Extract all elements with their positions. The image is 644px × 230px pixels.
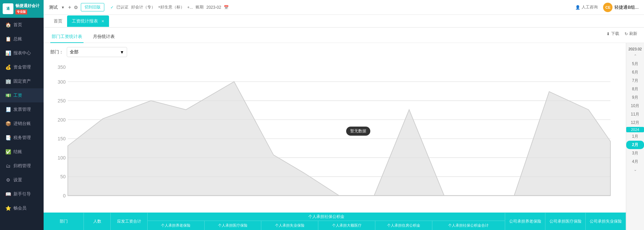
sidebar-item-report-center[interactable]: 📊 报表中心 <box>0 46 44 60</box>
sidebar-item-tax-management[interactable]: 📑 税务管理 <box>0 131 44 145</box>
page-content: 部门工资统计表 月份统计表 ⬇ 下载 ↻ 刷新 部门： <box>44 28 644 230</box>
sidebar-nav: 🏠 首页 📋 总账 📊 报表中心 💰 资金管理 🏢 固定资产 💵 工资 🧾 发票… <box>0 18 44 230</box>
right-panel-month-12[interactable]: 12月 <box>626 119 644 127</box>
svg-text:50: 50 <box>60 174 66 179</box>
user-avatar: CE <box>603 3 612 12</box>
svg-text:350: 350 <box>58 64 66 70</box>
th-payroll-total: 应发工资合计 <box>111 213 148 230</box>
right-panel-month-5[interactable]: 5月 <box>626 60 644 68</box>
header-status-bar: ✓ 已认证 好会计（专） +好生意（标） +... 账期 2023-02 📅 <box>110 4 229 10</box>
support-button[interactable]: 👤 人工咨询 <box>575 4 598 10</box>
invoice-icon: 🧾 <box>5 107 11 112</box>
user-menu[interactable]: CE 轻捷通B组... <box>603 3 639 12</box>
tab-close-button[interactable]: ✕ <box>101 19 104 23</box>
right-panel-month-9[interactable]: 9月 <box>626 93 644 102</box>
sidebar-item-invoice-management[interactable]: 🧾 发票管理 <box>0 102 44 117</box>
sidebar-item-settings[interactable]: ⚙ 设置 <box>0 173 44 187</box>
svg-text:100: 100 <box>58 155 66 160</box>
header-right: 👤 人工咨询 CE 轻捷通B组... <box>575 3 639 12</box>
right-panel-month-6[interactable]: 6月 <box>626 68 644 77</box>
right-panel-year-2024-badge: 2024 <box>626 127 644 132</box>
sidebar-item-fixed-assets[interactable]: 🏢 固定资产 <box>0 74 44 88</box>
tab-payroll-stat[interactable]: 工资统计报表 ✕ <box>67 15 109 27</box>
filter-row: 部门： 全部 ▼ <box>44 43 626 61</box>
right-panel-month-2[interactable]: 2月 <box>626 141 644 149</box>
select-dropdown-icon: ▼ <box>120 50 124 55</box>
th-unemployment: 个人承担失业保险 <box>261 221 318 230</box>
th-serious-medical: 个人承担大额医疗 <box>318 221 375 230</box>
company-name: 测试 <box>49 4 58 10</box>
sales-icon: 📦 <box>5 121 11 126</box>
right-panel-month-3[interactable]: 3月 <box>626 149 644 157</box>
app-logo: 通 畅捷通好会计 专业版 <box>0 0 44 18</box>
tax-icon: 📑 <box>5 135 11 140</box>
right-panel: 2023.02 ⌃ 5月 6月 7月 8月 9月 10月 <box>626 43 644 230</box>
svg-text:150: 150 <box>58 136 66 141</box>
th-dept: 部门 <box>44 213 84 230</box>
th-group-social: 个人承担社保公积金 个人承担养老保险 个人承担医疗保险 个人承担失业保险 <box>148 213 505 230</box>
department-select[interactable]: 全部 ▼ <box>67 47 127 57</box>
download-button[interactable]: ⬇ 下载 <box>606 31 619 37</box>
th-pension: 个人承担养老保险 <box>148 221 205 230</box>
sidebar-item-payroll[interactable]: 💵 工资 <box>0 88 44 102</box>
sidebar: 通 畅捷通好会计 专业版 🏠 首页 📋 总账 📊 报表中心 💰 资金管理 🏢 固… <box>0 0 44 230</box>
period-label: 账期 <box>196 4 204 10</box>
home-icon: 🏠 <box>5 22 11 28</box>
report-icon: 📊 <box>5 50 11 56</box>
sub-tab-monthly-stat[interactable]: 月份统计表 <box>92 31 116 43</box>
svg-text:300: 300 <box>58 79 66 84</box>
th-group-cols: 个人承担养老保险 个人承担医疗保险 个人承担失业保险 个人承担大额医疗 <box>148 221 505 230</box>
right-panel-down-button[interactable]: ⌄ <box>632 166 638 173</box>
logo-icon: 通 <box>3 3 13 14</box>
th-count: 人数 <box>84 213 111 230</box>
sidebar-item-sales-ledger[interactable]: 📦 进销台账 <box>0 117 44 131</box>
top-header: 测试 ▼ + ⚙ 切到旧版 ✓ 已认证 好会计（专） +好生意（标） +... … <box>44 0 644 15</box>
th-group-title: 个人承担社保公积金 <box>148 213 505 221</box>
th-housing-fund: 个人承担住房公积金 <box>375 221 432 230</box>
sub-tab-dept-payroll[interactable]: 部门工资统计表 <box>50 31 84 43</box>
right-panel-month-7[interactable]: 7月 <box>626 77 644 85</box>
sidebar-item-archive-management[interactable]: 🗂 归档管理 <box>0 159 44 173</box>
tab-home[interactable]: 首页 <box>49 15 67 27</box>
chart-area: 0 50 100 150 200 250 300 350 <box>44 61 626 213</box>
company-dropdown-button[interactable]: ▼ <box>61 5 65 9</box>
th-social-total: 个人承担社保公积金合计 <box>432 221 505 230</box>
switch-old-button[interactable]: 切到旧版 <box>81 3 104 11</box>
sidebar-item-settlement[interactable]: ✅ 结账 <box>0 145 44 159</box>
right-panel-month-11[interactable]: 11月 <box>626 110 644 119</box>
header-actions: + ⚙ 切到旧版 <box>68 3 104 11</box>
fund-icon: 💰 <box>5 64 11 70</box>
table-header-bar: 部门 人数 应发工资合计 个人承担社保公积金 个人承担养老保险 <box>44 213 626 230</box>
good-biz-label: +好生意（标） <box>158 4 184 10</box>
assets-icon: 🏢 <box>5 79 11 84</box>
right-panel-month-1[interactable]: 1月 <box>626 132 644 141</box>
ledger-icon: 📋 <box>5 36 11 42</box>
filter-label: 部门： <box>50 49 63 55</box>
period-value: 2023-02 <box>206 5 221 10</box>
calendar-icon[interactable]: 📅 <box>224 5 229 10</box>
logo-text: 畅捷通好会计 专业版 <box>15 3 40 14</box>
vip-icon: ⭐ <box>5 205 11 211</box>
svg-text:250: 250 <box>58 98 66 103</box>
right-panel-up-button[interactable]: ⌃ <box>632 52 638 60</box>
sidebar-item-general-ledger[interactable]: 📋 总账 <box>0 32 44 46</box>
settings-button[interactable]: ⚙ <box>74 5 78 10</box>
sub-tab-actions: ⬇ 下载 ↻ 刷新 <box>606 31 637 37</box>
sidebar-item-home[interactable]: 🏠 首页 <box>0 18 44 32</box>
right-panel-month-8[interactable]: 8月 <box>626 85 644 93</box>
sidebar-item-fund-management[interactable]: 💰 资金管理 <box>0 60 44 74</box>
certified-label: 已认证 <box>116 4 128 10</box>
add-button[interactable]: + <box>68 4 71 10</box>
right-panel-month-10[interactable]: 10月 <box>626 102 644 110</box>
download-icon: ⬇ <box>606 32 610 36</box>
th-co-medical: 公司承担医疗保险 <box>545 213 586 230</box>
tab-bar: 首页 工资统计报表 ✕ <box>44 15 644 28</box>
sidebar-item-new-guide[interactable]: 📖 新手引导 <box>0 187 44 201</box>
th-co-pension: 公司承担养老保险 <box>505 213 545 230</box>
svg-text:200: 200 <box>58 117 66 123</box>
right-panel-month-4[interactable]: 4月 <box>626 157 644 166</box>
refresh-button[interactable]: ↻ 刷新 <box>625 31 637 37</box>
sidebar-item-vip[interactable]: ⭐ 畅会员 <box>0 201 44 215</box>
sub-tab-bar: 部门工资统计表 月份统计表 ⬇ 下载 ↻ 刷新 <box>44 28 644 43</box>
right-panel-year-label: 2023.02 <box>627 46 643 52</box>
